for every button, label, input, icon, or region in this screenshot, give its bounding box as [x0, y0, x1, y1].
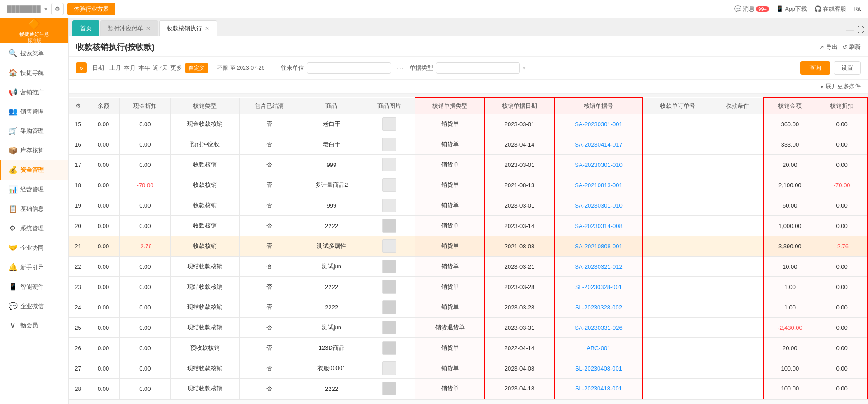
cell-cancel-amount: 20.00: [763, 338, 816, 358]
date-custom[interactable]: 自定义: [185, 63, 208, 73]
date-this-year[interactable]: 本年: [138, 64, 150, 72]
cell-balance: 0.00: [87, 379, 120, 399]
cancel-no-link[interactable]: SL-20230408-001: [575, 365, 622, 372]
cancel-no-link[interactable]: SA-20230414-017: [575, 141, 623, 148]
tab-home[interactable]: 首页: [72, 20, 99, 36]
cell-cancel-type: 现结收款核销: [170, 277, 239, 297]
sidebar-item-search[interactable]: 🔍 搜索菜单: [0, 43, 68, 63]
cell-cancel-voucher-type: 销货单: [415, 114, 485, 134]
sidebar-label-guide: 新手引导: [20, 263, 44, 271]
cancel-no-link[interactable]: SL-20230328-002: [575, 304, 622, 311]
cell-receipt-condition: [712, 338, 763, 358]
expand-more-btn[interactable]: ▾ 展开更多条件: [821, 82, 861, 90]
cell-goods: 老白干: [299, 114, 364, 134]
cell-cancel-voucher-type: 销货单: [415, 277, 485, 297]
online-service[interactable]: 🎧 在线客服: [814, 5, 846, 13]
message-area[interactable]: 💬 消息 99+: [734, 5, 769, 13]
cell-receipt-condition: [712, 297, 763, 318]
sidebar-item-purchase[interactable]: 🛒 采购管理: [0, 121, 68, 141]
cancel-no-link[interactable]: SL-20230328-001: [575, 284, 622, 290]
system-icon: ⚙: [9, 224, 17, 233]
table-row: 18 0.00 -70.00 收款核销 否 多计量商品2 销货单 2021-08…: [69, 175, 868, 195]
tab-minimize-btn[interactable]: —: [846, 26, 854, 34]
sidebar-label-quick-nav: 快捷导航: [20, 69, 44, 77]
sidebar-item-sales[interactable]: 👥 销售管理: [0, 102, 68, 121]
cell-receipt-order-no: [643, 358, 712, 379]
sidebar-item-marketing[interactable]: 📢 营销推广: [0, 82, 68, 102]
cell-balance: 0.00: [87, 277, 120, 297]
tab-prepay-close[interactable]: ✕: [146, 25, 151, 32]
goods-image-placeholder: [382, 361, 396, 375]
cell-include-settled: 否: [239, 155, 299, 175]
cell-rownum: 16: [69, 134, 87, 155]
query-btn[interactable]: 查询: [800, 61, 830, 75]
sidebar-item-inventory[interactable]: 📦 库存核算: [0, 141, 68, 160]
sidebar-item-basic[interactable]: 📋 基础信息: [0, 199, 68, 219]
date-this-month[interactable]: 本月: [124, 64, 136, 72]
partner-input[interactable]: [307, 62, 391, 74]
cell-balance: 0.00: [87, 216, 120, 236]
cancel-no-link[interactable]: SL-20230418-001: [575, 385, 622, 392]
sidebar-item-guide[interactable]: 🔔 新手引导: [0, 257, 68, 277]
sidebar-label-basic: 基础信息: [20, 205, 44, 213]
cancel-no-link[interactable]: SA-20210813-001: [575, 182, 623, 189]
cell-goods: 2222: [299, 216, 364, 236]
tab-prepay[interactable]: 预付冲应付单 ✕: [100, 20, 158, 36]
page-actions: ↗ 导出 ↺ 刷新: [819, 43, 861, 51]
sidebar-item-operation[interactable]: 📊 经营管理: [0, 180, 68, 199]
table-row: 21 0.00 -2.76 收款核销 否 测试多属性 销货单 2021-08-0…: [69, 236, 868, 257]
sidebar-item-enterprise[interactable]: 🤝 企业协同: [0, 238, 68, 257]
cancel-no-link[interactable]: SA-20230331-026: [575, 324, 623, 331]
cell-receipt-order-no: [643, 318, 712, 338]
cell-balance: 0.00: [87, 134, 120, 155]
cancel-no-link[interactable]: SA-20230321-012: [575, 263, 623, 270]
tab-receipt[interactable]: 收款核销执行 ✕: [159, 20, 217, 36]
cancel-no-link[interactable]: SA-20210808-001: [575, 243, 623, 250]
cell-cancel-voucher-type: 销货单: [415, 155, 485, 175]
cell-receipt-order-no: [643, 114, 712, 134]
cell-goods-image: [364, 379, 415, 399]
gear-button[interactable]: ⚙: [51, 3, 64, 15]
cell-receipt-condition: [712, 155, 763, 175]
table-row: 27 0.00 0.00 现结收款核销 否 衣服00001 销货单 2023-0…: [69, 358, 868, 379]
date-7days[interactable]: 近7天: [153, 64, 168, 72]
date-more[interactable]: 更多: [170, 64, 182, 72]
cancel-no-link[interactable]: SA-20230301-010: [575, 202, 623, 209]
cell-cancel-type: 收款核销: [170, 175, 239, 195]
export-btn[interactable]: ↗ 导出: [819, 43, 838, 51]
sidebar-item-hardware[interactable]: 📱 智能硬件: [0, 277, 68, 296]
sidebar-item-member[interactable]: V 畅会员: [0, 316, 68, 335]
sidebar-item-finance[interactable]: 💰 资金管理: [0, 160, 68, 180]
tab-maximize-btn[interactable]: ⛶: [857, 26, 864, 34]
col-cancel-date: 核销单据日期: [485, 98, 554, 114]
col-gear[interactable]: ⚙: [69, 98, 87, 114]
cell-balance: 0.00: [87, 155, 120, 175]
settings-btn[interactable]: 设置: [834, 61, 861, 75]
cancel-no-link[interactable]: ABC-001: [587, 345, 611, 352]
cell-cancel-no: SA-20230301-001: [554, 114, 643, 134]
member-icon: V: [9, 322, 17, 329]
sidebar-item-wechat[interactable]: 💬 企业微信: [0, 296, 68, 316]
cell-cancel-amount: 1.00: [763, 277, 816, 297]
date-last-month[interactable]: 上月: [109, 64, 121, 72]
voucher-type-label: 单据类型: [410, 64, 433, 72]
cell-cancel-date: 2023-03-14: [485, 216, 554, 236]
cancel-no-link[interactable]: SA-20230301-001: [575, 121, 623, 128]
sidebar-item-system[interactable]: ⚙ 系统管理: [0, 219, 68, 238]
goods-image-placeholder: [382, 239, 396, 253]
tab-receipt-close[interactable]: ✕: [205, 25, 209, 32]
voucher-type-input[interactable]: [436, 62, 520, 74]
cell-cancel-amount: 20.00: [763, 155, 816, 175]
cell-cancel-date: 2023-04-08: [485, 358, 554, 379]
sidebar-label-hardware: 智能硬件: [20, 283, 44, 291]
filter-expand-btn[interactable]: »: [76, 62, 87, 73]
cell-cancel-no: SA-20210813-001: [554, 175, 643, 195]
sidebar-label-search: 搜索菜单: [20, 49, 44, 57]
sidebar-item-quick-nav[interactable]: 🏠 快捷导航: [0, 63, 68, 82]
industry-solution-btn[interactable]: 体验行业方案: [67, 3, 115, 15]
cancel-no-link[interactable]: SA-20230301-010: [575, 162, 623, 168]
cancel-no-link[interactable]: SA-20230314-008: [575, 223, 623, 229]
sidebar-label-wechat: 企业微信: [20, 302, 44, 310]
app-download[interactable]: 📱 App下载: [776, 5, 807, 13]
refresh-btn[interactable]: ↺ 刷新: [842, 43, 861, 51]
